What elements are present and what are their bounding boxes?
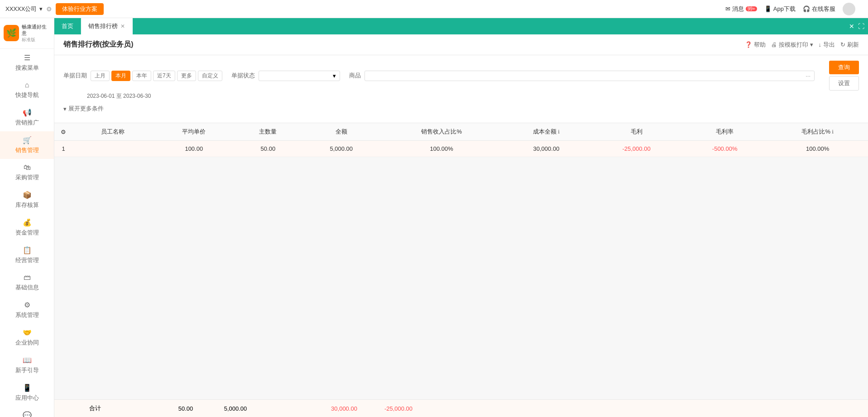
marketing-icon: 📢 (23, 108, 32, 117)
window-close-icon[interactable]: ✕ (849, 23, 854, 30)
tab-home[interactable]: 首页 (54, 18, 81, 34)
sidebar-item-finance[interactable]: 💰 资金管理 (0, 214, 54, 241)
logo-icon: 🌿 (4, 25, 19, 41)
sidebar-label-basic-info: 基础信息 (15, 283, 39, 292)
refresh-icon: ↻ (840, 41, 845, 48)
th-gross-pct-label: 毛利占比% ℹ (801, 128, 834, 136)
finance-icon: 💰 (23, 218, 32, 227)
export-button[interactable]: ↓ 导出 (819, 41, 835, 49)
company-selector[interactable]: XXXXX公司 ▾ (5, 5, 43, 13)
table-wrapper: ⚙ 员工名称 平均单价 主数量 全额 销售收入占比% 成本全额 ℹ (54, 123, 868, 157)
settings-icon[interactable]: ⚙ (46, 5, 52, 13)
sidebar-label-inventory: 库存核算 (15, 201, 39, 209)
filter-goods: 商品 ··· (349, 71, 815, 81)
goods-input-dots[interactable]: ··· (806, 72, 810, 79)
content-area: 首页 销售排行榜 ✕ ✕ ⛶ 销售排行榜(按业务员) ❓ 帮助 (54, 18, 868, 417)
avatar[interactable] (843, 3, 855, 15)
date-btn-7days[interactable]: 近7天 (153, 71, 175, 81)
system-icon: ⚙ (24, 301, 30, 309)
date-btn-this-month[interactable]: 本月 (111, 71, 130, 81)
inventory-icon: 📦 (23, 191, 32, 199)
th-settings[interactable]: ⚙ (54, 123, 72, 141)
window-controls: ✕ ⛶ (845, 18, 868, 34)
sidebar-item-search[interactable]: ☰ 搜索菜单 (0, 49, 54, 77)
sidebar-label-enterprise: 企业协同 (15, 339, 39, 347)
sidebar-item-wechat[interactable]: 💬 企业微信 (0, 407, 54, 417)
page-content: 销售排行榜(按业务员) ❓ 帮助 🖨 按模板打印 ▾ ↓ 导出 (54, 34, 868, 417)
sidebar-item-system[interactable]: ⚙ 系统管理 (0, 296, 54, 324)
cell-gross-pct: 100.00% (767, 141, 868, 157)
table-row: 1 100.00 50.00 5,000.00 100.00% 30,000.0… (54, 141, 868, 157)
sidebar-item-inventory[interactable]: 📦 库存核算 (0, 186, 54, 214)
page-header: 销售排行榜(按业务员) ❓ 帮助 🖨 按模板打印 ▾ ↓ 导出 (54, 34, 868, 55)
chevron-down-icon: ▾ (39, 5, 43, 12)
app-download-button[interactable]: 📱 App下载 (764, 5, 796, 13)
help-icon: ❓ (745, 41, 752, 48)
settings-button[interactable]: 设置 (829, 76, 859, 91)
table-header-row: ⚙ 员工名称 平均单价 主数量 全额 销售收入占比% 成本全额 ℹ (54, 123, 868, 141)
date-btn-last-month[interactable]: 上月 (91, 71, 110, 81)
message-button[interactable]: ✉ 消息 99+ (725, 5, 757, 13)
goods-input[interactable]: ··· (364, 71, 815, 81)
footer-gross: -25,000.00 (371, 405, 426, 412)
enterprise-icon: 🤝 (23, 328, 32, 337)
cell-amount: 5,000.00 (302, 141, 381, 157)
guide-icon: 📖 (23, 356, 32, 364)
th-avg-price: 平均单价 (153, 123, 235, 141)
tab-sales-ranking[interactable]: 销售排行榜 ✕ (81, 18, 133, 34)
cell-quantity: 50.00 (235, 141, 302, 157)
cell-gross-rate: -500.00% (682, 141, 767, 157)
expand-icon: ▾ (63, 105, 67, 112)
sidebar-item-enterprise[interactable]: 🤝 企业协同 (0, 324, 54, 351)
date-range-display: 2023-06-01 至 2023-06-30 (63, 92, 859, 100)
sidebar-label-apps: 应用中心 (15, 394, 39, 402)
sidebar-label-marketing: 营销推广 (15, 119, 39, 127)
goods-filter-label: 商品 (349, 72, 361, 80)
cell-name (72, 141, 153, 157)
online-service-button[interactable]: 🎧 在线客服 (803, 5, 835, 13)
logo-text: 畅康通好生意 (22, 24, 50, 37)
try-industry-button[interactable]: 体验行业方案 (56, 3, 104, 15)
status-select[interactable]: ▾ (259, 71, 340, 81)
apps-icon: 📱 (23, 383, 32, 392)
sidebar-item-operations[interactable]: 📋 经营管理 (0, 241, 54, 269)
header-actions: ❓ 帮助 🖨 按模板打印 ▾ ↓ 导出 ↻ 刷新 (745, 41, 859, 49)
sidebar-label-operations: 经营管理 (15, 256, 39, 264)
sidebar-item-apps[interactable]: 📱 应用中心 (0, 379, 54, 407)
cell-avg-price: 100.00 (153, 141, 235, 157)
filter-row-main: 单据日期 上月 本月 本年 近7天 更多 自定义 单据状态 (63, 61, 859, 91)
filter-status: 单据状态 ▾ (231, 71, 340, 81)
date-btn-this-year[interactable]: 本年 (132, 71, 151, 81)
gross-pct-info-icon[interactable]: ℹ (832, 129, 834, 135)
query-button[interactable]: 查询 (829, 61, 859, 74)
print-dropdown-icon: ▾ (810, 41, 813, 48)
print-button[interactable]: 🖨 按模板打印 ▾ (771, 41, 813, 49)
cost-info-icon[interactable]: ℹ (558, 129, 560, 135)
phone-icon: 📱 (764, 5, 772, 12)
sidebar-item-sales[interactable]: 🛒 销售管理 (0, 131, 54, 159)
date-btn-more[interactable]: 更多 (177, 71, 196, 81)
footer-cost: 30,000.00 (317, 405, 371, 412)
help-button[interactable]: ❓ 帮助 (745, 41, 766, 49)
sidebar-item-marketing[interactable]: 📢 营销推广 (0, 104, 54, 131)
sidebar-item-guide[interactable]: 📖 新手引导 (0, 351, 54, 379)
sidebar-item-basic-info[interactable]: 🗃 基础信息 (0, 269, 54, 296)
export-icon: ↓ (819, 41, 822, 48)
table-footer: 合计 50.00 5,000.00 30,000.00 -25,000.00 (54, 399, 868, 417)
window-maximize-icon[interactable]: ⛶ (858, 23, 864, 30)
logo-sub: 标准版 (22, 37, 50, 43)
tab-close-icon[interactable]: ✕ (120, 23, 125, 29)
date-btn-custom[interactable]: 自定义 (198, 71, 222, 81)
th-amount: 全额 (302, 123, 381, 141)
sidebar: 🌿 畅康通好生意 标准版 ☰ 搜索菜单 ⌂ 快捷导航 📢 营销推广 🛒 销售管理… (0, 18, 54, 417)
filter-date: 单据日期 上月 本月 本年 近7天 更多 自定义 (63, 71, 222, 81)
sidebar-label-shortcuts: 快捷导航 (15, 91, 39, 99)
sidebar-item-purchase[interactable]: 🛍 采购管理 (0, 159, 54, 186)
expand-conditions-button[interactable]: ▾ 展开更多条件 (63, 103, 859, 115)
refresh-button[interactable]: ↻ 刷新 (840, 41, 859, 49)
expand-row: ▾ 展开更多条件 (63, 100, 859, 117)
sidebar-item-shortcuts[interactable]: ⌂ 快捷导航 (0, 77, 54, 104)
top-bar: XXXXX公司 ▾ ⚙ 体验行业方案 ✉ 消息 99+ 📱 App下载 🎧 在线… (0, 0, 868, 18)
footer-total-label: 合计 (72, 404, 118, 412)
page-title: 销售排行榜(按业务员) (63, 40, 134, 49)
